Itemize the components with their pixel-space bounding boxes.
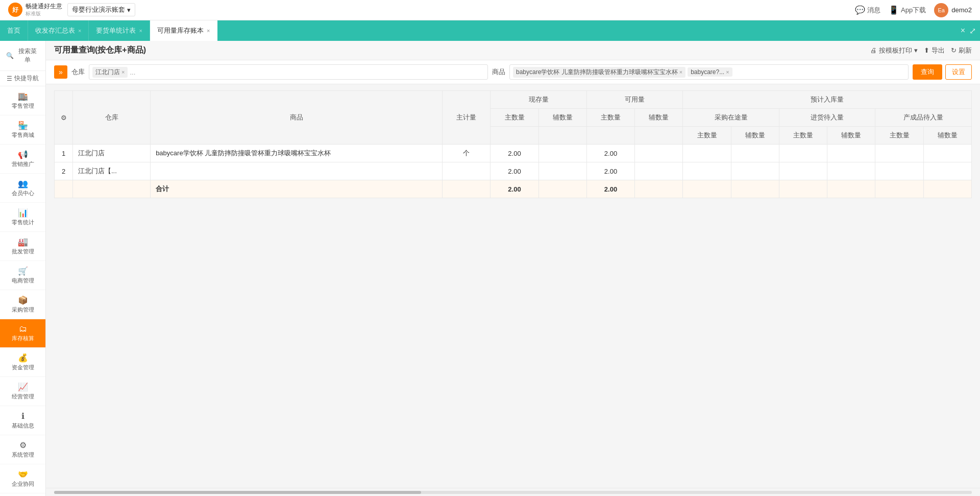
- sidebar-item-purchase[interactable]: 📦 采购管理: [0, 290, 45, 319]
- th-inc-main: 主数量: [779, 127, 827, 145]
- message-action[interactable]: 💬 消息: [855, 5, 880, 15]
- username-label: demo2: [951, 6, 972, 14]
- tab-requisition-close[interactable]: ×: [139, 28, 142, 34]
- warehouse-tag-close[interactable]: ×: [121, 69, 125, 75]
- member-icon: 👥: [18, 179, 28, 188]
- warehouse-tag: 江北门店 ×: [92, 67, 128, 78]
- row2-num: 2: [55, 162, 73, 180]
- th-stock-sub: 辅数量: [538, 109, 586, 127]
- top-bar: 好 畅捷通好生意 标准版 母婴行业演示账套 ▾ 💬 消息 📱 App下载 Ea …: [0, 0, 980, 20]
- th-product: 商品: [151, 91, 443, 145]
- tab-receipts[interactable]: 收发存汇总表 ×: [28, 20, 89, 41]
- row2-avail-main: 2.00: [586, 162, 634, 180]
- product-tag1-close[interactable]: ×: [679, 69, 682, 75]
- sidebar-search-area: 🔍 搜索菜单: [0, 41, 45, 71]
- content-area: 可用量查询(按仓库+商品) 🖨 按模板打印 ▾ ⬆ 导出 ↻ 刷新: [46, 41, 980, 496]
- print-label: 按模板打印: [879, 46, 912, 55]
- product-filter-area[interactable]: babycare学饮杯 儿童防摔防撞吸管杯重力球吸嘴杯宝宝水杯 × babyca…: [509, 64, 909, 80]
- row1-warehouse: 江北门店: [73, 145, 151, 162]
- sidebar-item-member[interactable]: 👥 会员中心: [0, 174, 45, 203]
- row2-stock-main: 2.00: [491, 162, 538, 180]
- top-bar-left: 好 畅捷通好生意 标准版 母婴行业演示账套 ▾: [8, 3, 135, 17]
- refresh-button[interactable]: ↻ 刷新: [951, 46, 972, 55]
- th-stock-group: 现存量: [491, 91, 587, 109]
- top-bar-right: 💬 消息 📱 App下载 Ea demo2: [855, 3, 972, 17]
- sidebar-item-retail-stats[interactable]: 📊 零售统计: [0, 203, 45, 232]
- filter-expand-button[interactable]: »: [54, 65, 67, 79]
- quick-nav-button[interactable]: ☰ 快捷导航: [0, 71, 45, 86]
- th-prod-main: 主数量: [875, 127, 923, 145]
- ecommerce-icon: 🛒: [18, 266, 28, 276]
- user-area[interactable]: Ea demo2: [934, 3, 972, 17]
- sidebar-item-retail-mgmt[interactable]: 🏬 零售管理: [0, 86, 45, 115]
- setting-button[interactable]: 设置: [945, 64, 972, 80]
- industry-select[interactable]: 母婴行业演示账套 ▾: [67, 3, 135, 16]
- sidebar-item-basic[interactable]: ℹ 基础信息: [0, 406, 45, 435]
- th-am2: [635, 127, 683, 145]
- row1-inc-main: [779, 145, 827, 162]
- page-title: 可用量查询(按仓库+商品): [54, 45, 146, 56]
- row1-prod-main: [875, 145, 923, 162]
- search-menu-button[interactable]: 🔍 搜索菜单: [4, 45, 41, 66]
- product-tag2-close[interactable]: ×: [726, 69, 729, 75]
- wholesale-icon: 🏭: [18, 237, 28, 247]
- row1-inc-sub: [827, 145, 875, 162]
- basic-icon: ℹ: [21, 411, 24, 421]
- logo-sub: 标准版: [26, 10, 62, 17]
- logo-icon: 好: [8, 3, 22, 17]
- logo-text: 畅捷通好生意: [26, 3, 62, 10]
- print-icon: 🖨: [870, 46, 877, 54]
- warehouse-more[interactable]: ...: [130, 68, 135, 76]
- app-download-action[interactable]: 📱 App下载: [889, 5, 926, 15]
- sidebar-item-enterprise[interactable]: 🤝 企业协同: [0, 464, 45, 493]
- row2-inc-main: [779, 162, 827, 180]
- export-icon: ⬆: [924, 46, 929, 54]
- summary-pur-main: [683, 180, 731, 198]
- sidebar-item-sys[interactable]: ⚙ 系统管理: [0, 435, 45, 464]
- tab-inventory-close[interactable]: ×: [207, 28, 210, 34]
- summary-stock-main: 2.00: [491, 180, 538, 198]
- sidebar-item-ecommerce[interactable]: 🛒 电商管理: [0, 261, 45, 290]
- row2-unit: [443, 162, 491, 180]
- row1-stock-main: 2.00: [491, 145, 538, 162]
- horizontal-scrollbar[interactable]: [46, 488, 980, 496]
- industry-label: 母婴行业演示账套: [72, 5, 125, 14]
- summary-empty3: [443, 180, 491, 198]
- sidebar-item-wholesale[interactable]: 🏭 批发管理: [0, 232, 45, 261]
- product-tag-2: babycare?... ×: [688, 67, 732, 77]
- query-button[interactable]: 查询: [913, 64, 942, 80]
- main-layout: 🔍 搜索菜单 ☰ 快捷导航 🏬 零售管理 🏪 零售商城 📢 营销推广 👥 会员中…: [0, 41, 980, 496]
- sidebar-item-retail-shop[interactable]: 🏪 零售商城: [0, 115, 45, 145]
- th-unit: 主计量: [443, 91, 491, 145]
- tab-requisition[interactable]: 要货单统计表 ×: [89, 20, 150, 41]
- row1-product: babycare学饮杯 儿童防摔防撞吸管杯重力球吸嘴杯宝宝水杯: [151, 145, 443, 162]
- sidebar-item-finance[interactable]: 💰 资金管理: [0, 348, 45, 377]
- sidebar-item-inventory[interactable]: 🗂 库存核算: [0, 319, 45, 348]
- sidebar-item-guide[interactable]: 📖 新手引导: [0, 493, 45, 496]
- row2-pur-main: [683, 162, 731, 180]
- tab-inventory[interactable]: 可用量库存账本 ×: [150, 20, 217, 41]
- row2-inc-sub: [827, 162, 875, 180]
- message-label: 消息: [867, 6, 880, 15]
- export-button[interactable]: ⬆ 导出: [924, 46, 945, 55]
- sidebar-item-operations[interactable]: 📈 经营管理: [0, 377, 45, 406]
- summary-empty1: [55, 180, 73, 198]
- avatar: Ea: [934, 3, 948, 17]
- print-button[interactable]: 🖨 按模板打印 ▾: [870, 46, 918, 55]
- summary-empty2: [73, 180, 151, 198]
- close-all-icon[interactable]: ×: [961, 26, 965, 35]
- th-production-group: 产成品待入量: [875, 109, 972, 127]
- operations-icon: 📈: [18, 382, 28, 392]
- industry-chevron-icon: ▾: [127, 6, 131, 14]
- search-icon: 🔍: [6, 52, 14, 59]
- inventory-icon: 🗂: [19, 324, 27, 334]
- tab-home[interactable]: 首页: [0, 20, 28, 41]
- tab-receipts-close[interactable]: ×: [78, 28, 81, 34]
- th-available-group: 可用量: [586, 91, 683, 109]
- table-row: 2 江北门店【... 2.00 2.00: [55, 162, 972, 180]
- expand-icon[interactable]: ⤢: [969, 26, 976, 36]
- th-settings[interactable]: ⚙: [55, 91, 73, 145]
- warehouse-filter-area[interactable]: 江北门店 × ...: [89, 64, 488, 80]
- sidebar-item-marketing[interactable]: 📢 营销推广: [0, 145, 45, 174]
- app-icon: 📱: [889, 5, 899, 15]
